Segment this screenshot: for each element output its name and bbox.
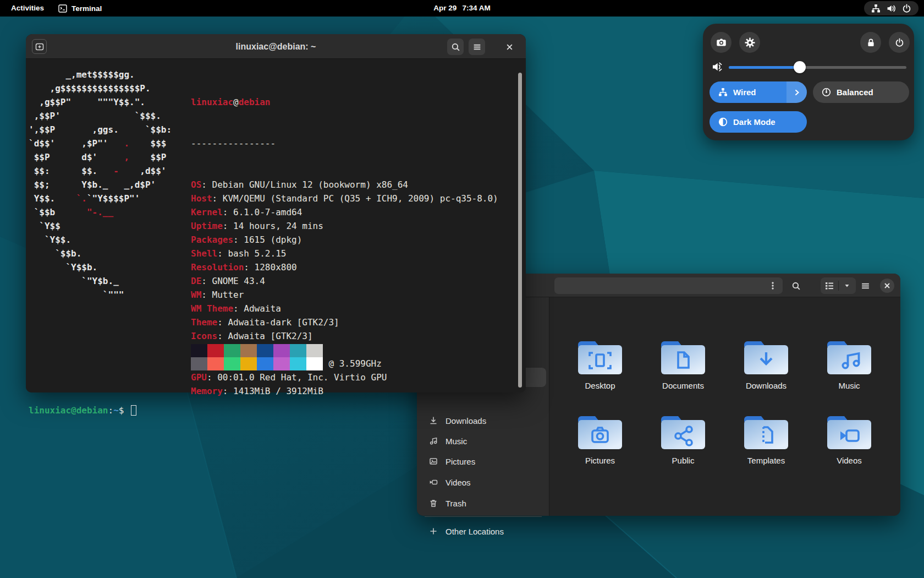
sidebar-item-music[interactable]: Music [421,432,546,450]
terminal-menu-button[interactable] [469,39,485,55]
lock-icon [866,38,876,47]
settings-button[interactable] [739,32,760,53]
terminal-titlebar[interactable]: linuxiac@debian: ~ [26,34,526,59]
gear-icon [745,37,755,48]
power-icon [902,4,911,13]
power-menu-button[interactable] [889,32,910,53]
ascii-art-line: $$: $$. - ,d$$' [29,164,172,178]
folder-item-music[interactable]: Music [816,339,882,390]
neofetch-info-line: WM Theme: Adwaita [191,302,498,315]
files-menu-button[interactable] [857,277,873,294]
ascii-art-line: `Y$$ [29,219,172,233]
music-icon [429,437,438,445]
neofetch-info-line: GPU: 00:01.0 Red Hat, Inc. Virtio GPU [191,370,498,384]
ascii-art-line: ,$$P' `$$$. [29,109,172,123]
dark-mode-toggle[interactable]: Dark Mode [710,111,807,133]
folder-label: Downloads [733,381,799,390]
palette-swatch [273,344,290,357]
new-tab-button[interactable] [32,39,47,54]
list-view-icon[interactable] [821,277,838,294]
folder-item-downloads[interactable]: Downloads [733,339,799,390]
ascii-art-line: Y$$. `.`"Y$$$$P"' [29,192,172,205]
chevron-right-icon [793,89,801,96]
folder-item-templates[interactable]: Templates [733,414,799,465]
palette-swatch [207,344,224,357]
wired-label: Wired [733,88,756,97]
power-profile-icon [822,88,831,97]
neofetch-info-line: Kernel: 6.1.0-7-amd64 [191,205,498,219]
folder-item-documents[interactable]: Documents [650,339,716,390]
palette-swatch [207,357,224,370]
view-options-chevron-down-icon[interactable] [839,277,856,294]
volume-icon [887,4,896,13]
folder-item-public[interactable]: Public [650,414,716,465]
folder-item-videos[interactable]: Videos [816,414,882,465]
clock[interactable]: Apr 29 7:34 AM [433,0,490,17]
terminal-close-button[interactable] [501,39,518,55]
terminal-cursor [131,405,136,416]
clock-time: 7:34 AM [462,0,490,17]
terminal-search-button[interactable] [447,39,464,55]
terminal-scrollbar[interactable] [518,73,522,388]
lock-button[interactable] [860,32,881,53]
files-path-bar[interactable] [554,277,783,294]
terminal-body[interactable]: _,met$$$$$gg. ,g$$$$$$$$$$$$$$$P. ,g$$P"… [26,59,526,392]
wired-network-toggle[interactable]: Wired [710,81,807,103]
palette-swatch [306,357,323,370]
sidebar-item-other-locations[interactable]: Other Locations [421,522,546,541]
screenshot-button[interactable] [711,32,732,53]
folder-item-pictures[interactable]: Pictures [567,414,633,465]
palette-swatch [290,357,306,370]
volume-slider[interactable] [729,66,906,69]
system-tray[interactable] [864,1,919,15]
palette-swatch [224,344,240,357]
power-profile-toggle[interactable]: Balanced [813,81,909,103]
palette-swatch [306,344,323,357]
files-view-toggle[interactable] [821,277,856,294]
neofetch-info-line: Memory: 1413MiB / 3912MiB [191,384,498,398]
wired-expand-button[interactable] [787,81,807,103]
neofetch-info-line: DE: GNOME 43.4 [191,274,498,288]
terminal-app-icon [58,4,67,13]
ascii-art-line: ,g$$P" """Y$$.". [29,95,172,109]
volume-slider-knob[interactable] [794,61,806,73]
folder-label: Videos [816,456,882,465]
sidebar-item-label: Videos [446,478,471,487]
focused-app-name: Terminal [72,4,102,13]
new-tab-icon [35,42,44,51]
palette-swatch [191,357,207,370]
files-search-button[interactable] [788,277,804,294]
neofetch-info-line: Icons: Adwaita [GTK2/3] [191,329,498,343]
sidebar-item-pictures[interactable]: Pictures [421,452,546,471]
focused-app-indicator[interactable]: Terminal [58,0,102,17]
files-grid: Desktop Documents [549,297,900,516]
neofetch-title: linuxiac@debian [191,95,498,109]
activities-button[interactable]: Activities [9,0,46,17]
ascii-art-line: `""" [29,288,172,302]
sidebar-item-videos[interactable]: Videos [421,473,546,492]
ascii-art-line: `"Y$b._ [29,274,172,288]
palette-swatch [240,357,257,370]
neofetch-info-line: Uptime: 14 hours, 24 mins [191,219,498,233]
network-wired-icon [871,4,881,13]
clock-date: Apr 29 [433,0,457,17]
video-icon [429,478,438,487]
folder-label: Pictures [567,456,633,465]
power-icon [895,38,904,47]
folder-item-desktop[interactable]: Desktop [567,339,633,390]
path-kebab-menu-icon[interactable] [766,280,779,292]
plus-icon [429,527,438,536]
sidebar-item-label: Pictures [446,457,475,466]
palette-swatch [273,357,290,370]
terminal-window: linuxiac@debian: ~ [26,34,526,392]
ascii-art-line: `$$b. [29,247,172,260]
sidebar-item-trash[interactable]: Trash [421,494,546,512]
balanced-label: Balanced [837,88,873,97]
shell-prompt: linuxiac@debian:~$ [29,403,136,417]
palette-swatch [224,357,240,370]
sidebar-item-label: Other Locations [446,527,504,536]
trash-icon [429,499,438,508]
palette-swatch [290,344,306,357]
files-close-button[interactable] [880,279,894,293]
sidebar-item-label: Music [446,437,467,446]
